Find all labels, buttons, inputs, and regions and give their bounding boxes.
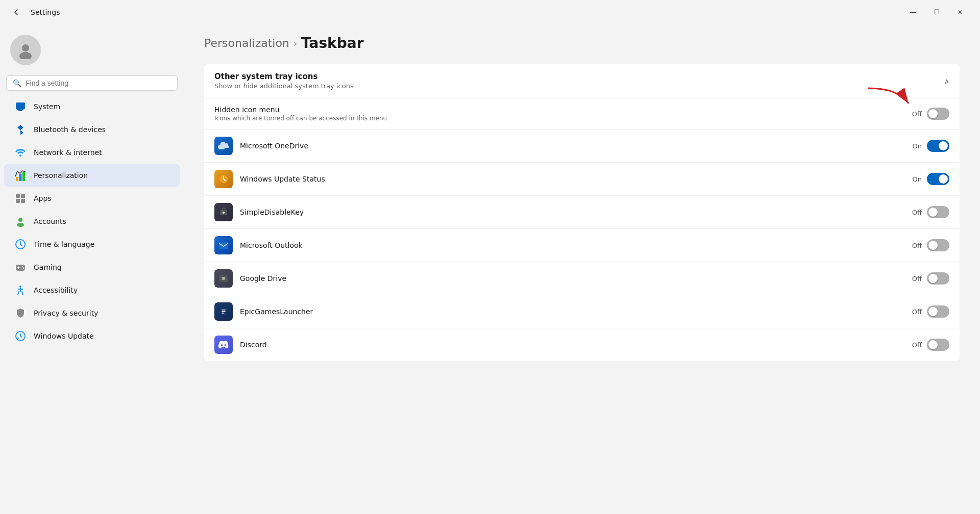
toggle-state-label: Off: [912, 242, 922, 249]
content-area: Personalization › Taskbar Other system t…: [184, 24, 980, 514]
maximize-button[interactable]: ❐: [925, 4, 948, 20]
avatar: [10, 35, 41, 65]
sidebar-item-network[interactable]: Network & internet: [4, 141, 180, 164]
setting-label: Windows Update Status: [240, 175, 913, 183]
sidebar-item-accessibility[interactable]: Accessibility: [4, 279, 180, 301]
svg-point-18: [23, 268, 24, 269]
toggle-container-epic[interactable]: Off: [912, 305, 949, 318]
sidebar-item-label: Accessibility: [34, 286, 78, 294]
sidebar-item-label: Network & internet: [34, 148, 102, 157]
app-icon-windows-update-status: [214, 170, 233, 188]
toggle-knob: [928, 241, 938, 250]
toggle-container-discord[interactable]: Off: [912, 339, 949, 351]
sidebar-item-gaming[interactable]: Gaming: [4, 256, 180, 278]
svg-rect-8: [22, 172, 25, 181]
sidebar-item-bluetooth[interactable]: Bluetooth & devices: [4, 118, 180, 141]
app-icon-onedrive: [214, 137, 233, 155]
back-button[interactable]: [8, 4, 24, 20]
sidebar-item-apps[interactable]: Apps: [4, 187, 180, 210]
toggle-state-label: Off: [912, 275, 922, 282]
sidebar-item-label: Personalization: [34, 171, 88, 179]
setting-label: Discord: [240, 341, 912, 349]
setting-row-google-drive: Google Drive Off: [204, 262, 960, 295]
apps-icon: [14, 192, 27, 204]
setting-sublabel: Icons which are turned off can be access…: [214, 115, 912, 122]
toggle-knob: [939, 174, 948, 184]
app-icon-simple-disable-key: [214, 203, 233, 221]
accounts-icon: [14, 215, 27, 227]
main-layout: 🔍 System: [0, 24, 980, 514]
app-icon-epic: [214, 302, 233, 321]
svg-point-14: [17, 223, 24, 227]
search-input[interactable]: [26, 79, 171, 87]
section-header[interactable]: Other system tray icons Show or hide add…: [204, 64, 960, 98]
sidebar-item-time[interactable]: Time & language: [4, 233, 180, 255]
sidebar-item-label: System: [34, 102, 60, 111]
sidebar-item-system[interactable]: System: [4, 95, 180, 118]
setting-label: Google Drive: [240, 274, 912, 282]
sidebar-item-accounts[interactable]: Accounts: [4, 210, 180, 233]
svg-rect-2: [16, 102, 25, 109]
breadcrumb-parent[interactable]: Personalization: [204, 37, 289, 49]
minimize-button[interactable]: —: [901, 4, 925, 20]
setting-row-hidden-icon-menu: Hidden icon menu Icons which are turned …: [204, 98, 960, 129]
svg-point-13: [18, 218, 22, 222]
window-controls: — ❐ ✕: [901, 4, 972, 20]
search-icon: 🔍: [13, 79, 21, 87]
breadcrumb: Personalization › Taskbar: [204, 35, 960, 52]
svg-rect-6: [16, 177, 18, 181]
accessibility-icon: [14, 284, 27, 296]
toggle-container-winupdate[interactable]: On: [913, 173, 949, 185]
section-header-text: Other system tray icons Show or hide add…: [214, 72, 354, 90]
sidebar-item-label: Windows Update: [34, 332, 94, 340]
windows-update-icon: [14, 330, 27, 342]
nav-list: System Bluetooth & devices: [0, 95, 184, 348]
titlebar: Settings — ❐ ✕: [0, 0, 980, 24]
setting-row-discord: Discord Off: [204, 328, 960, 361]
personalization-icon: [14, 169, 27, 182]
toggle-simple-disable-key[interactable]: [927, 206, 949, 218]
toggle-container-sdk[interactable]: Off: [912, 206, 949, 218]
svg-rect-10: [21, 194, 25, 198]
time-icon: [14, 238, 27, 250]
toggle-container-onedrive[interactable]: On: [913, 140, 949, 152]
close-button[interactable]: ✕: [948, 4, 972, 20]
svg-point-19: [19, 286, 21, 288]
toggle-hidden-icon-menu[interactable]: [927, 108, 949, 120]
svg-rect-3: [18, 110, 22, 111]
svg-rect-12: [21, 199, 25, 203]
toggle-knob: [928, 307, 938, 316]
app-icon-google-drive: [214, 269, 233, 288]
sidebar-item-label: Time & language: [34, 240, 94, 248]
sidebar-item-label: Gaming: [34, 263, 62, 271]
setting-row-simple-disable-key: SimpleDisableKey Off: [204, 195, 960, 228]
toggle-container-hidden-icon-menu[interactable]: Off: [912, 108, 949, 120]
toggle-knob: [939, 141, 948, 150]
svg-point-5: [19, 155, 21, 157]
system-icon: [14, 100, 27, 113]
toggle-epic[interactable]: [927, 305, 949, 318]
setting-row-epic: EpicGamesLauncher Off: [204, 295, 960, 328]
toggle-onedrive[interactable]: [927, 140, 949, 152]
toggle-state-label: Off: [912, 110, 922, 118]
svg-rect-7: [19, 174, 22, 181]
setting-label: SimpleDisableKey: [240, 208, 912, 216]
sidebar: 🔍 System: [0, 24, 184, 514]
bluetooth-icon: [14, 123, 27, 136]
svg-point-1: [19, 52, 32, 59]
search-box[interactable]: 🔍: [6, 75, 178, 91]
toggle-state-label: On: [913, 142, 922, 150]
sidebar-item-privacy[interactable]: Privacy & security: [4, 302, 180, 324]
toggle-outlook[interactable]: [927, 239, 949, 251]
sidebar-item-windows-update[interactable]: Windows Update: [4, 325, 180, 347]
toggle-container-outlook[interactable]: Off: [912, 239, 949, 251]
toggle-knob: [928, 109, 938, 118]
svg-rect-9: [16, 194, 20, 198]
toggle-knob: [928, 340, 938, 349]
toggle-container-google-drive[interactable]: Off: [912, 272, 949, 285]
toggle-state-label: Off: [912, 209, 922, 216]
toggle-discord[interactable]: [927, 339, 949, 351]
sidebar-item-personalization[interactable]: Personalization: [4, 164, 180, 187]
toggle-google-drive[interactable]: [927, 272, 949, 285]
toggle-windows-update-status[interactable]: [927, 173, 949, 185]
